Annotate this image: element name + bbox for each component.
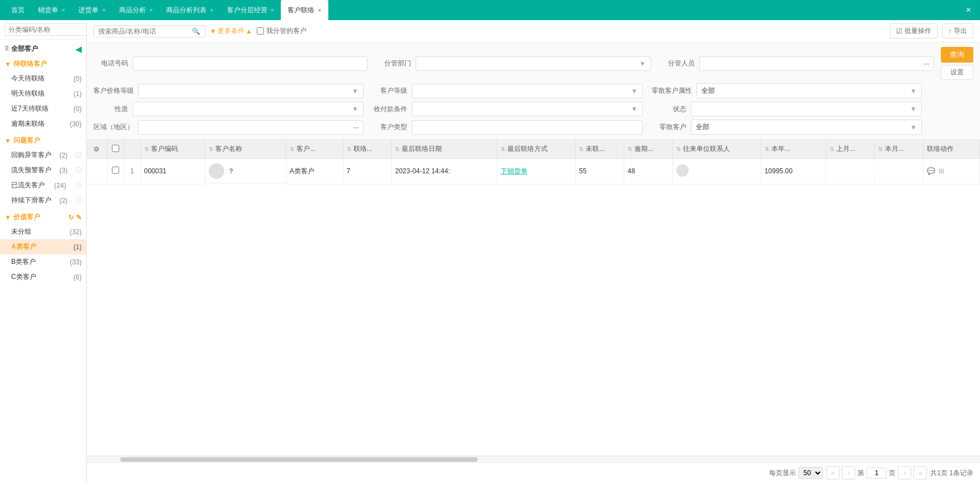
sidebar-item-c-class[interactable]: C类客户 (6) xyxy=(0,269,86,285)
per-page-select[interactable]: 50 xyxy=(798,467,823,479)
horizontal-scrollbar[interactable] xyxy=(87,456,980,462)
filter-search-input[interactable] xyxy=(98,27,192,35)
sidebar-item-declining[interactable]: 持续下滑客户 (2) ⓘ xyxy=(0,193,86,208)
th-num xyxy=(124,140,140,159)
close-customer-contact-icon[interactable]: × xyxy=(318,7,321,13)
td-last-month xyxy=(826,159,874,184)
sidebar-item-overdue[interactable]: 逾期未联络 (30) xyxy=(0,116,86,131)
region-input[interactable]: ··· xyxy=(138,120,364,135)
td-code: 000031 xyxy=(140,159,205,184)
export-button[interactable]: ↑ 导出 xyxy=(942,23,973,39)
last-page-button[interactable]: » xyxy=(913,466,927,480)
batch-op-button[interactable]: ☑ 批量操作 xyxy=(890,23,937,39)
close-customer-tier-icon[interactable]: × xyxy=(271,7,274,13)
nature-select[interactable]: ▼ xyxy=(133,102,364,116)
page-number-input[interactable] xyxy=(866,467,887,479)
sidebar-group-pending-label[interactable]: ▼ 待联络客户 xyxy=(0,57,86,71)
td-action: 💬 ⊞ xyxy=(923,159,980,184)
first-page-button[interactable]: « xyxy=(826,466,840,480)
th-code: ⇅客户编码 xyxy=(140,140,205,159)
sidebar-item-unclassified[interactable]: 未分组 (32) xyxy=(0,224,86,239)
sidebar-collapse-icon[interactable]: ◀ xyxy=(76,45,82,54)
next-page-button[interactable]: › xyxy=(898,466,911,480)
customer-type-input[interactable] xyxy=(412,120,643,135)
sidebar-group-problem-label[interactable]: ▼ 问题客户 xyxy=(0,134,86,148)
th-action: 联络动作 xyxy=(923,140,980,159)
th-not-contacted: ⇅未联... xyxy=(576,140,624,159)
gear-icon[interactable]: ⚙ xyxy=(93,145,100,153)
price-tier-label: 客户价格等级 xyxy=(93,86,138,96)
page-navigator: « ‹ 第 页 › » xyxy=(826,466,927,480)
customer-grade-select[interactable]: ▼ xyxy=(412,84,643,98)
nav-customer-contact[interactable]: 客户联络 × xyxy=(281,0,328,20)
price-tier-select[interactable]: ▼ xyxy=(138,84,364,98)
filter-row-1: 电话号码 分管部门 ▼ 分管人员 ··· xyxy=(93,47,973,80)
td-last-method: 下销货单 xyxy=(497,159,575,184)
close-analysis-list-icon[interactable]: × xyxy=(210,7,213,13)
prev-page-button[interactable]: ‹ xyxy=(842,466,855,480)
window-close-icon[interactable]: × xyxy=(962,5,976,15)
sidebar-item-tomorrow[interactable]: 明天待联络 (1) xyxy=(0,86,86,101)
action-icons: 💬 ⊞ xyxy=(927,167,977,175)
nav-sales[interactable]: 销货单 × xyxy=(31,0,72,20)
info-icon-loss: ⓘ xyxy=(76,166,82,174)
close-sales-icon[interactable]: × xyxy=(62,7,65,13)
scatter-customer-select[interactable]: 全部▼ xyxy=(691,120,922,135)
sidebar-item-today[interactable]: 今天待联络 (0) xyxy=(0,71,86,86)
chat-icon[interactable]: 💬 xyxy=(927,167,935,175)
nav-customer-tier[interactable]: 客户分层经营 × xyxy=(220,0,281,20)
sidebar-item-lost[interactable]: 已流失客户 (24) ⓘ xyxy=(0,178,86,193)
th-last-method: ⇅最后联络方式 xyxy=(497,140,575,159)
value-edit-icon[interactable]: ✎ xyxy=(76,214,82,221)
settings-button[interactable]: 设置 xyxy=(941,65,973,80)
sidebar-group-value-label[interactable]: ▼ 价值客户 ↻ ✎ xyxy=(0,210,86,224)
total-info: 共1页 1条记录 xyxy=(930,468,973,478)
nav-analysis-list[interactable]: 商品分析列表 × xyxy=(159,0,220,20)
filter-row-2: 客户价格等级 ▼ 客户等级 ▼ 零散客户属性 全部 xyxy=(93,83,973,98)
dept-select[interactable]: ▼ xyxy=(416,56,651,71)
row-checkbox[interactable] xyxy=(112,167,119,174)
sidebar-search-bar: 🔍 xyxy=(0,20,86,40)
info-icon-lost: ⓘ xyxy=(76,181,82,190)
qr-icon[interactable]: ⊞ xyxy=(939,167,944,175)
my-customers-checkbox: 我分管的客户 xyxy=(257,26,307,36)
filter-search-icon[interactable]: 🔍 xyxy=(192,27,200,35)
sidebar-item-a-class[interactable]: A类客户 (1) xyxy=(0,239,86,254)
payment-select[interactable]: ▼ xyxy=(412,102,643,116)
table-row: 1 000031 ？ A类客户 xyxy=(87,159,980,184)
sidebar-item-loss-warning[interactable]: 流失预警客户 (3) ⓘ xyxy=(0,163,86,178)
payment-label: 收付款条件 xyxy=(373,105,412,114)
td-overdue: 48 xyxy=(624,159,673,184)
status-select[interactable]: ▼ xyxy=(691,102,922,116)
scatter-prop-select[interactable]: 全部▼ xyxy=(696,83,922,98)
customer-grade-label: 客户等级 xyxy=(373,86,412,96)
td-contact-count: 7 xyxy=(343,159,392,184)
close-purchase-icon[interactable]: × xyxy=(102,7,105,13)
last-method-link[interactable]: 下销货单 xyxy=(501,167,527,175)
sidebar-item-7days[interactable]: 近7天待联络 (0) xyxy=(0,101,86,116)
scatter-prop-label: 零散客户属性 xyxy=(652,86,696,96)
nature-label: 性质 xyxy=(93,105,133,114)
select-all-checkbox[interactable] xyxy=(112,145,119,152)
th-this-month: ⇅本月... xyxy=(874,140,923,159)
nav-analysis[interactable]: 商品分析 × xyxy=(112,0,159,20)
td-checkbox xyxy=(107,159,124,184)
sidebar-item-b-class[interactable]: B类客户 (33) xyxy=(0,254,86,269)
more-conditions-button[interactable]: ▼ 更多条件 ▲ xyxy=(210,26,252,36)
phone-input[interactable] xyxy=(133,56,368,71)
my-customers-checkbox-input[interactable] xyxy=(257,27,264,35)
td-name: ？ xyxy=(205,159,286,184)
th-overdue: ⇅逾期... xyxy=(624,140,673,159)
manager-select[interactable]: ··· xyxy=(699,56,934,71)
close-analysis-icon[interactable]: × xyxy=(149,7,153,13)
query-button[interactable]: 查询 xyxy=(941,47,973,63)
nav-purchase[interactable]: 进货单 × xyxy=(72,0,112,20)
sidebar-search-input[interactable] xyxy=(4,23,87,36)
nav-home[interactable]: 首页 xyxy=(4,0,31,20)
th-last-date: ⇅最后联络日期 xyxy=(392,140,497,159)
advanced-filters: 电话号码 分管部门 ▼ 分管人员 ··· xyxy=(87,42,980,140)
td-gear xyxy=(87,159,107,184)
td-this-month xyxy=(874,159,923,184)
value-refresh-icon[interactable]: ↻ xyxy=(68,214,74,221)
sidebar-item-repurchase-abnormal[interactable]: 回购异常客户 (2) ⓘ xyxy=(0,148,86,163)
